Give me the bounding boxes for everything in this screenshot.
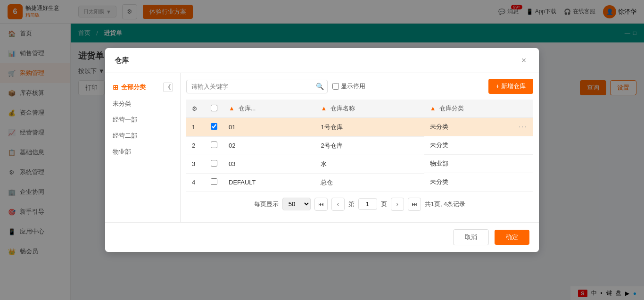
warehouse-dialog: 仓库 × ⊞ 全部分类 《 未分类 经营一部 经营二部 物业部 [105, 48, 539, 108]
sort-icon-category: ▲ [430, 105, 436, 108]
th-settings: ⚙ [186, 100, 205, 108]
dialog-title: 仓库 [115, 56, 129, 65]
category-item-unclassified[interactable]: 未分类 [105, 96, 180, 108]
search-icon[interactable]: 🔍 [316, 83, 324, 90]
search-bar: 🔍 显示停用 + 新增仓库 [186, 79, 533, 94]
th-code: ▲ 仓库... [223, 100, 315, 108]
dialog-header: 仓库 × [105, 48, 539, 73]
select-all-checkbox[interactable] [211, 105, 217, 108]
search-input[interactable] [186, 80, 328, 93]
category-header[interactable]: ⊞ 全部分类 《 [105, 79, 180, 96]
add-warehouse-button[interactable]: + 新增仓库 [488, 79, 533, 94]
sort-icon-name: ▲ [321, 105, 327, 108]
sort-icon-code: ▲ [229, 105, 235, 108]
th-checkbox [205, 100, 223, 108]
column-settings-icon[interactable]: ⚙ [192, 105, 198, 108]
table-header-row: ⚙ ▲ 仓库... ▲ 仓库名称 [186, 100, 533, 108]
show-disabled-label[interactable]: 显示停用 [332, 82, 365, 91]
dialog-body: ⊞ 全部分类 《 未分类 经营一部 经营二部 物业部 🔍 [105, 73, 539, 108]
th-name: ▲ 仓库名称 [315, 100, 424, 108]
warehouse-table: ⚙ ▲ 仓库... ▲ 仓库名称 [186, 100, 533, 108]
grid-icon: ⊞ [113, 83, 118, 91]
content-panel: 🔍 显示停用 + 新增仓库 ⚙ [181, 73, 539, 108]
dialog-overlay: 仓库 × ⊞ 全部分类 《 未分类 经营一部 经营二部 物业部 [0, 0, 644, 108]
th-category: ▲ 仓库分类 [424, 100, 533, 108]
category-all-label: 全部分类 [121, 83, 146, 92]
category-panel: ⊞ 全部分类 《 未分类 经营一部 经营二部 物业部 [105, 73, 181, 108]
dialog-close-button[interactable]: × [518, 55, 529, 66]
show-disabled-checkbox[interactable] [332, 83, 339, 90]
search-input-wrap: 🔍 [186, 80, 328, 93]
collapse-button[interactable]: 《 [163, 83, 173, 92]
